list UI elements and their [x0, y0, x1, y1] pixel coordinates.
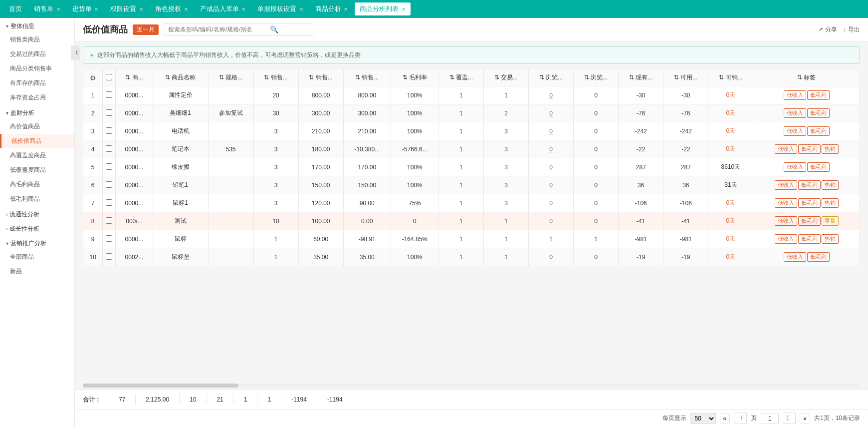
cell-checkbox[interactable] — [103, 158, 116, 176]
row-checkbox[interactable] — [106, 235, 112, 242]
col-sales-avg[interactable]: ⇅ 销售... — [343, 69, 391, 86]
share-btn[interactable]: ↗ 分享 — [818, 25, 837, 34]
sidebar-item-high-value[interactable]: 高价值商品 — [0, 119, 74, 134]
nav-purchase-close[interactable]: ✕ — [94, 6, 98, 12]
first-page-btn[interactable]: « — [720, 414, 730, 424]
cell-browse1[interactable]: 0 — [529, 212, 574, 230]
nav-template-close[interactable]: ✕ — [299, 6, 303, 12]
cell-browse1[interactable]: 0 — [529, 122, 574, 140]
nav-permission[interactable]: 权限设置 ✕ — [105, 2, 148, 15]
col-sales-qty[interactable]: ⇅ 销售... — [253, 69, 298, 86]
nav-goods-list-close[interactable]: ✕ — [402, 6, 406, 12]
cell-browse1[interactable]: 0 — [529, 140, 574, 158]
cell-checkbox[interactable] — [103, 104, 116, 122]
nav-purchase[interactable]: 进货单 ✕ — [67, 2, 104, 15]
sidebar-item-high-margin[interactable]: 高毛利商品 — [0, 177, 74, 192]
nav-goods-close[interactable]: ✕ — [344, 6, 348, 12]
nav-sales-close[interactable]: ✕ — [56, 6, 60, 12]
sidebar-item-inventory-capital[interactable]: 库存资金占用 — [0, 90, 74, 105]
sidebar-collapse-btn[interactable]: 《 — [71, 45, 80, 60]
cell-browse1[interactable]: 1 — [529, 230, 574, 248]
col-browse1[interactable]: ⇅ 浏览... — [529, 69, 574, 86]
col-tags[interactable]: ⇅ 标签 — [753, 69, 860, 86]
sidebar-section-growth[interactable]: › 成长性分析 — [0, 221, 74, 235]
cell-browse1[interactable]: 0 — [529, 86, 574, 104]
cell-checkbox[interactable] — [103, 194, 116, 212]
nav-product[interactable]: 产成品入库单 ✕ — [195, 2, 251, 15]
export-btn[interactable]: ↓ 导出 — [843, 25, 860, 34]
nav-home[interactable]: 首页 — [4, 2, 27, 15]
settings-icon[interactable]: ⚙ — [90, 74, 96, 82]
row-checkbox[interactable] — [106, 163, 112, 170]
scroll-thumb[interactable] — [83, 384, 238, 388]
col-name[interactable]: ⇅ 商品名称 — [153, 69, 208, 86]
sidebar-item-low-value[interactable]: 低价值商品 — [0, 134, 74, 148]
row-checkbox[interactable] — [106, 109, 112, 116]
sidebar-item-all-goods[interactable]: 全部商品 — [0, 250, 74, 264]
col-coverage[interactable]: ⇅ 覆盖... — [438, 69, 483, 86]
sidebar-item-sales-goods[interactable]: 销售类商品 — [0, 32, 74, 47]
col-settings[interactable]: ⚙ — [83, 69, 103, 86]
page-number-input[interactable] — [761, 414, 779, 424]
sidebar-item-high-coverage[interactable]: 高覆盖度商品 — [0, 148, 74, 163]
col-margin[interactable]: ⇅ 毛利率 — [391, 69, 438, 86]
nav-template[interactable]: 单据模板设置 ✕ — [252, 2, 308, 15]
nav-goods-analysis[interactable]: 商品分析 ✕ — [310, 2, 353, 15]
search-icon[interactable]: 🔍 — [270, 25, 278, 33]
col-available[interactable]: ⇅ 可用... — [663, 69, 708, 86]
browse-link[interactable]: 0 — [549, 92, 553, 99]
sidebar-item-traded-goods[interactable]: 交易过的商品 — [0, 47, 74, 61]
cell-checkbox[interactable] — [103, 212, 116, 230]
next-page-btn[interactable]: 〉 — [783, 413, 796, 424]
col-checkbox[interactable] — [103, 69, 116, 86]
sidebar-section-marketing[interactable]: ▾ 营销推广分析 — [0, 235, 74, 250]
scroll-bar[interactable] — [83, 384, 860, 388]
browse-link[interactable]: 0 — [549, 110, 553, 117]
cell-browse1[interactable]: 0 — [529, 194, 574, 212]
row-checkbox[interactable] — [106, 181, 112, 188]
nav-sales[interactable]: 销售单 ✕ — [29, 2, 65, 15]
col-trade[interactable]: ⇅ 交易... — [483, 69, 528, 86]
cell-browse1[interactable]: 0 — [529, 158, 574, 176]
nav-goods-list[interactable]: 商品分析列表 ✕ — [355, 2, 411, 15]
row-checkbox[interactable] — [106, 127, 112, 134]
cell-checkbox[interactable] — [103, 122, 116, 140]
sidebar-section-profit[interactable]: ▾ 盈财分析 — [0, 105, 74, 119]
cell-browse1[interactable]: 0 — [529, 104, 574, 122]
browse-link[interactable]: 0 — [549, 218, 553, 225]
row-checkbox[interactable] — [106, 253, 112, 260]
sidebar-section-overview[interactable]: ▾ 整体信息 — [0, 18, 74, 32]
browse-link[interactable]: 0 — [549, 182, 553, 189]
cell-browse1[interactable]: 0 — [529, 248, 574, 266]
sidebar-item-low-margin[interactable]: 低毛利商品 — [0, 192, 74, 206]
sidebar-item-low-coverage[interactable]: 低覆盖度商品 — [0, 163, 74, 177]
browse-link[interactable]: 1 — [549, 236, 553, 243]
row-checkbox[interactable] — [106, 91, 112, 98]
sidebar-item-new-goods[interactable]: 新品 — [0, 264, 74, 279]
cell-checkbox[interactable] — [103, 86, 116, 104]
browse-link[interactable]: 0 — [549, 128, 553, 135]
col-sellable[interactable]: ⇅ 可销... — [708, 69, 753, 86]
cell-checkbox[interactable] — [103, 176, 116, 194]
cell-checkbox[interactable] — [103, 140, 116, 158]
col-current[interactable]: ⇅ 现有... — [619, 69, 663, 86]
row-checkbox[interactable] — [106, 217, 112, 224]
sidebar-item-category-sales[interactable]: 商品分类销售率 — [0, 61, 74, 76]
prev-page-btn[interactable]: 〈 — [734, 413, 747, 424]
per-page-select[interactable]: 50 100 200 — [690, 413, 716, 424]
search-input[interactable] — [168, 26, 268, 33]
row-checkbox[interactable] — [106, 145, 112, 152]
nav-product-close[interactable]: ✕ — [241, 6, 245, 12]
time-tag-btn[interactable]: 近一月 — [133, 24, 159, 35]
sidebar-item-stock-goods[interactable]: 有库存的商品 — [0, 76, 74, 90]
col-code[interactable]: ⇅ 商... — [116, 69, 153, 86]
col-sales-amount[interactable]: ⇅ 销售... — [298, 69, 343, 86]
nav-role[interactable]: 角色授权 ✕ — [150, 2, 193, 15]
nav-permission-close[interactable]: ✕ — [139, 6, 143, 12]
browse-link[interactable]: 0 — [549, 146, 553, 153]
browse-link[interactable]: 0 — [549, 164, 553, 171]
browse-link[interactable]: 0 — [549, 200, 553, 207]
cell-checkbox[interactable] — [103, 248, 116, 266]
col-spec[interactable]: ⇅ 规格... — [208, 69, 253, 86]
col-browse2[interactable]: ⇅ 浏览... — [574, 69, 619, 86]
